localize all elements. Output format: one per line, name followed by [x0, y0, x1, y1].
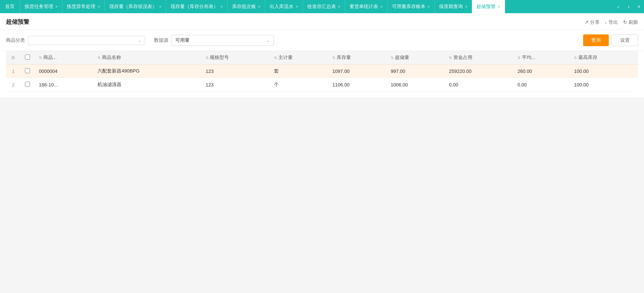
datasource-value: 可用量: [175, 37, 190, 44]
cell-product-code: 186-10...: [34, 78, 93, 92]
close-icon[interactable]: ×: [258, 4, 260, 9]
sort-icon: ⇅: [206, 56, 209, 60]
col-stock: ⇅ 库存量: [328, 51, 386, 64]
table-row[interactable]: 2 186-10... 机油滤清器 123 个 1106.00 1006.00 …: [6, 78, 638, 92]
settings-button[interactable]: 设置: [612, 34, 638, 46]
col-unit: ⇅ 主计量: [270, 51, 328, 64]
datasource-select[interactable]: 可用量 ⌄: [171, 35, 274, 46]
sort-icon: ⇅: [574, 56, 577, 60]
cell-spec: 123: [201, 64, 270, 78]
nav-stock-status[interactable]: 现存量（库存状况表） ×: [105, 0, 166, 13]
col-overstock: ⇅ 超储量: [386, 51, 444, 64]
cell-overstock: 1006.00: [386, 78, 444, 92]
close-icon[interactable]: ×: [159, 4, 161, 9]
cell-product-name: 六配套新昌490BPG: [93, 64, 201, 78]
col-avg: ⇅ 平均...: [513, 51, 570, 64]
nav-summary[interactable]: 收发存汇总表 ×: [303, 0, 345, 13]
table-header-row: ⚙ ⇅ 商品... ⇅ 商品名称 ⇅ 规格型号: [6, 51, 638, 64]
col-capital: ⇅ 资金占用: [444, 51, 513, 64]
query-button[interactable]: 查询: [583, 34, 609, 46]
nav-available-account[interactable]: 可用量库存账本 ×: [388, 0, 435, 13]
cell-unit: 套: [270, 64, 328, 78]
col-spec: ⇅ 规格型号: [201, 51, 270, 64]
row-checkbox[interactable]: [25, 68, 30, 73]
row-index: 2: [6, 78, 21, 92]
nav-inout-flow[interactable]: 出入库流水 ×: [265, 0, 303, 13]
sort-icon: ⇅: [39, 56, 42, 60]
cell-product-code: 0000004: [34, 64, 93, 78]
filter-buttons: 查询 设置: [583, 34, 638, 46]
category-select[interactable]: ⌄: [28, 36, 145, 45]
cell-capital: 259220.00: [444, 64, 513, 78]
sort-icon: ⇅: [391, 56, 394, 60]
table-container: ⚙ ⇅ 商品... ⇅ 商品名称 ⇅ 规格型号: [0, 51, 644, 97]
cell-stock: 1106.00: [328, 78, 386, 92]
close-icon[interactable]: ×: [220, 4, 223, 9]
header-actions: ↗ 分享 ↓ 导出 ↻ 刷新: [585, 19, 638, 26]
close-icon[interactable]: ×: [98, 4, 100, 9]
nav-prev-button[interactable]: ‹: [613, 0, 623, 13]
nav-next-button[interactable]: ›: [623, 0, 634, 13]
cell-capital: 0.00: [444, 78, 513, 92]
datasource-filter: 数据源 可用量 ⌄: [154, 35, 274, 46]
close-icon[interactable]: ×: [338, 4, 340, 9]
cell-stock: 1097.00: [328, 64, 386, 78]
close-icon[interactable]: ×: [465, 4, 467, 9]
sort-icon: ⇅: [274, 56, 277, 60]
col-product-code: ⇅ 商品...: [34, 51, 93, 64]
page-header: 超储预警 ↗ 分享 ↓ 导出 ↻ 刷新: [0, 13, 644, 30]
nav-pick-error[interactable]: 拣货异常处理 ×: [62, 0, 105, 13]
chevron-down-icon: ⌄: [267, 38, 270, 43]
cell-max-stock: 100.00: [570, 64, 638, 78]
nav-more-button[interactable]: ×: [634, 0, 644, 13]
page-content: 超储预警 ↗ 分享 ↓ 导出 ↻ 刷新 商品分类 ⌄ 数据源: [0, 13, 644, 97]
row-checkbox[interactable]: [25, 82, 30, 87]
cell-overstock: 997.00: [386, 64, 444, 78]
table-body: 1 0000004 六配套新昌490BPG 123 套 1097.00 997.…: [6, 64, 638, 92]
datasource-label: 数据源: [154, 37, 168, 44]
cell-avg: 0.00: [513, 78, 570, 92]
nav-order-stats[interactable]: 要货单统计表 ×: [345, 0, 387, 13]
refresh-icon: ↻: [623, 19, 627, 25]
close-icon[interactable]: ×: [428, 4, 430, 9]
nav-batch-account[interactable]: 库存批次账 ×: [228, 0, 265, 13]
cell-product-name: 机油滤清器: [93, 78, 201, 92]
top-navigation: 首页 拣货任务管理 × 拣货异常处理 × 现存量（库存状况表） × 现存量（库存…: [0, 0, 644, 13]
category-filter: 商品分类 ⌄: [6, 36, 145, 45]
cell-avg: 260.00: [513, 64, 570, 78]
nav-arrows: ‹ › ×: [613, 0, 644, 13]
row-checkbox-cell: [21, 78, 34, 92]
row-checkbox-cell: [21, 64, 34, 78]
checkbox-column-header: [21, 51, 34, 64]
category-label: 商品分类: [6, 37, 25, 44]
settings-column-header: ⚙: [6, 51, 21, 64]
close-icon[interactable]: ×: [498, 4, 500, 9]
nav-stock-dist[interactable]: 现存量（库存分布表） ×: [166, 0, 227, 13]
close-icon[interactable]: ×: [296, 4, 298, 9]
nav-home[interactable]: 首页: [0, 0, 20, 13]
col-product-name: ⇅ 商品名称: [93, 51, 201, 64]
page-title: 超储预警: [6, 18, 29, 26]
share-icon: ↗: [585, 19, 589, 25]
table-row[interactable]: 1 0000004 六配套新昌490BPG 123 套 1097.00 997.…: [6, 64, 638, 78]
close-icon[interactable]: ×: [380, 4, 383, 9]
chevron-down-icon: ⌄: [138, 38, 141, 43]
export-icon: ↓: [605, 19, 607, 25]
export-button[interactable]: ↓ 导出: [605, 19, 618, 26]
filter-bar: 商品分类 ⌄ 数据源 可用量 ⌄ 查询 设置: [0, 30, 644, 51]
cell-unit: 个: [270, 78, 328, 92]
nav-overstock[interactable]: 超储预警 ×: [472, 0, 505, 13]
gear-icon[interactable]: ⚙: [11, 55, 15, 60]
nav-shelf-life[interactable]: 保质期查询 ×: [435, 0, 472, 13]
sort-icon: ⇅: [517, 56, 520, 60]
col-max-stock: ⇅ 最高库存: [570, 51, 638, 64]
close-icon[interactable]: ×: [55, 4, 58, 9]
cell-spec: 123: [201, 78, 270, 92]
share-button[interactable]: ↗ 分享: [585, 19, 600, 26]
sort-icon: ⇅: [98, 56, 100, 60]
select-all-checkbox[interactable]: [25, 55, 30, 60]
sort-icon: ⇅: [449, 56, 452, 60]
refresh-button[interactable]: ↻ 刷新: [623, 19, 638, 26]
nav-pick-task[interactable]: 拣货任务管理 ×: [20, 0, 62, 13]
row-index: 1: [6, 64, 21, 78]
